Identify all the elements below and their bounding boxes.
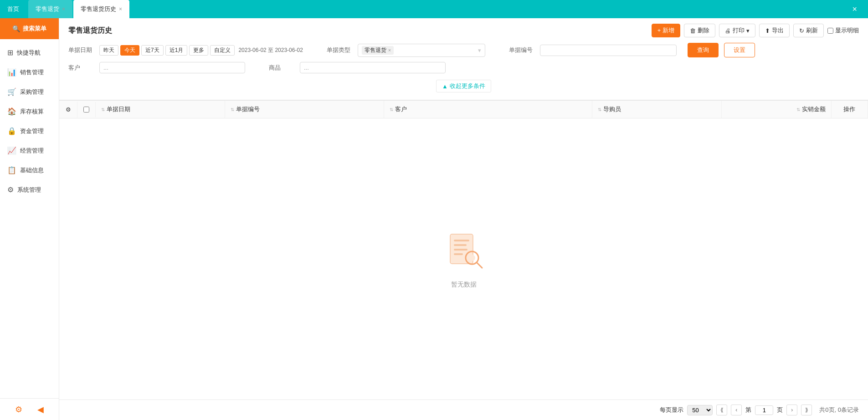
sidebar-item-operation[interactable]: 📈 经营管理 <box>0 141 59 160</box>
display-detail-check[interactable] <box>827 28 833 34</box>
empty-state: 暂无数据 <box>441 230 487 289</box>
tab-retail-return[interactable]: 零售退货 × <box>28 0 72 18</box>
type-filter-select[interactable]: 零售退货 × ▾ <box>358 44 485 57</box>
th-amount[interactable]: ⇅ 实销金额 <box>722 101 832 118</box>
export-button[interactable]: ⬆ 导出 <box>759 24 790 37</box>
next-page-button[interactable]: › <box>786 405 797 415</box>
quick-nav-icon: ⊞ <box>7 48 13 57</box>
svg-rect-1 <box>454 240 469 241</box>
tab-retail-return-history[interactable]: 零售退货历史 × <box>73 0 129 18</box>
th-date-sort-icon: ⇅ <box>101 107 105 112</box>
refresh-button[interactable]: ↻ 刷新 <box>793 24 824 37</box>
window-close-button[interactable]: × <box>848 3 861 16</box>
per-page-label: 每页显示 <box>660 406 683 414</box>
per-page-select[interactable]: 50 10 20 100 <box>687 405 713 415</box>
empty-illustration <box>441 230 487 275</box>
delete-button[interactable]: 🗑 删除 <box>684 24 715 37</box>
sidebar-search-label: 搜索菜单 <box>23 25 46 33</box>
th-number[interactable]: ⇅ 单据编号 <box>225 101 384 118</box>
select-all-checkbox[interactable] <box>83 107 89 113</box>
customer-filter-label: 客户 <box>68 64 94 72</box>
filter-area: 单据日期 昨天 今天 近7天 近1月 更多 自定义 2023-06-02 至 2… <box>68 43 859 100</box>
date-btn-yesterday[interactable]: 昨天 <box>99 45 118 56</box>
base-info-icon: 📋 <box>7 166 16 174</box>
collapse-sidebar-icon[interactable]: ◀ <box>37 405 44 415</box>
sidebar-item-system[interactable]: ⚙ 系统管理 <box>0 180 59 200</box>
date-filter-label: 单据日期 <box>68 46 94 54</box>
th-checkbox[interactable] <box>77 102 96 117</box>
tab-retail-return-history-close[interactable]: × <box>119 6 122 12</box>
purchase-icon: 🛒 <box>7 87 16 96</box>
date-btn-more[interactable]: 更多 <box>189 45 208 56</box>
svg-rect-3 <box>454 249 467 251</box>
top-bar: 首页 零售退货 × 零售退货历史 × × <box>0 0 868 18</box>
top-bar-right: × <box>848 3 868 16</box>
sidebar-item-sales[interactable]: 📊 销售管理 <box>0 62 59 82</box>
page-number-input[interactable] <box>755 405 773 415</box>
sidebar: 🔍 搜索菜单 ⊞ 快捷导航 📊 销售管理 🛒 采购管理 🏠 库存核算 🔒 <box>0 18 59 420</box>
sidebar-item-quick-nav[interactable]: ⊞ 快捷导航 <box>0 43 59 62</box>
goods-filter-input[interactable]: ... <box>300 62 446 73</box>
svg-point-7 <box>469 255 475 261</box>
inventory-icon: 🏠 <box>7 107 16 116</box>
page-header: 零售退货历史 + 新增 🗑 删除 🖨 打印 ▾ ⬆ 导出 <box>59 18 868 100</box>
date-buttons: 昨天 今天 近7天 近1月 更多 自定义 2023-06-02 至 2023-0… <box>99 45 303 56</box>
th-customer-sort-icon: ⇅ <box>390 107 393 112</box>
main-layout: 🔍 搜索菜单 ⊞ 快捷导航 📊 销售管理 🛒 采购管理 🏠 库存核算 🔒 <box>0 18 868 420</box>
finance-icon: 🔒 <box>7 127 16 135</box>
sidebar-nav: ⊞ 快捷导航 📊 销售管理 🛒 采购管理 🏠 库存核算 🔒 资金管理 📈 <box>0 39 59 398</box>
type-tag-close[interactable]: × <box>388 47 391 53</box>
empty-text: 暂无数据 <box>451 281 477 289</box>
sidebar-item-finance[interactable]: 🔒 资金管理 <box>0 121 59 141</box>
sidebar-item-purchase[interactable]: 🛒 采购管理 <box>0 82 59 102</box>
date-btn-1month[interactable]: 近1月 <box>165 45 188 56</box>
customer-filter-input[interactable]: ... <box>99 62 245 73</box>
prev-page-button[interactable]: ‹ <box>731 405 742 415</box>
number-filter-label: 单据编号 <box>509 46 534 54</box>
new-button[interactable]: + 新增 <box>652 24 680 37</box>
sidebar-item-inventory[interactable]: 🏠 库存核算 <box>0 102 59 121</box>
tab-list: 首页 零售退货 × 零售退货历史 × <box>0 0 848 18</box>
sidebar-item-base-info[interactable]: 📋 基础信息 <box>0 160 59 180</box>
sidebar-search[interactable]: 🔍 搜索菜单 <box>0 18 59 39</box>
th-number-sort-icon: ⇅ <box>231 107 234 112</box>
table-container: ⚙ ⇅ 单据日期 ⇅ 单据编号 ⇅ 客户 ⇅ 导购员 <box>59 100 868 420</box>
collapse-button[interactable]: ▲ 收起更多条件 <box>436 80 491 92</box>
type-filter-label: 单据类型 <box>327 46 352 54</box>
system-icon: ⚙ <box>7 185 14 194</box>
page-suffix: 页 <box>777 406 783 414</box>
tab-home[interactable]: 首页 <box>0 0 26 18</box>
page-title-row: 零售退货历史 + 新增 🗑 删除 🖨 打印 ▾ ⬆ 导出 <box>68 24 859 37</box>
content-area: 零售退货历史 + 新增 🗑 删除 🖨 打印 ▾ ⬆ 导出 <box>59 18 868 420</box>
filter-row-1: 单据日期 昨天 今天 近7天 近1月 更多 自定义 2023-06-02 至 2… <box>68 43 859 57</box>
th-guide[interactable]: ⇅ 导购员 <box>592 101 722 118</box>
settings-bottom-icon[interactable]: ⚙ <box>15 405 22 415</box>
pagination-bar: 每页显示 50 10 20 100 ⟪ ‹ 第 页 › ⟫ 共0页, 0条记录 <box>59 400 868 420</box>
date-btn-custom[interactable]: 自定义 <box>210 45 235 56</box>
tab-retail-return-close[interactable]: × <box>62 6 65 12</box>
collapse-up-icon: ▲ <box>442 83 448 90</box>
last-page-button[interactable]: ⟫ <box>801 405 812 415</box>
svg-rect-4 <box>454 253 463 255</box>
th-customer[interactable]: ⇅ 客户 <box>384 101 592 118</box>
th-amount-sort-icon: ⇅ <box>796 107 800 112</box>
print-chevron-icon: ▾ <box>746 27 750 34</box>
date-btn-today[interactable]: 今天 <box>120 45 139 56</box>
goods-filter-label: 商品 <box>269 64 294 72</box>
first-page-button[interactable]: ⟪ <box>716 405 727 415</box>
export-icon: ⬆ <box>765 27 770 34</box>
filter-row-2: 客户 ... 商品 ... <box>68 62 859 73</box>
search-icon: 🔍 <box>12 25 20 32</box>
query-button[interactable]: 查询 <box>688 43 719 57</box>
collapse-row: ▲ 收起更多条件 <box>68 78 859 94</box>
display-detail-checkbox[interactable]: 显示明细 <box>827 26 859 35</box>
number-filter-input[interactable] <box>540 45 677 56</box>
total-info: 共0页, 0条记录 <box>819 406 859 414</box>
print-button[interactable]: 🖨 打印 ▾ <box>719 24 755 37</box>
settings-button[interactable]: 设置 <box>724 43 755 57</box>
date-btn-7days[interactable]: 近7天 <box>141 45 164 56</box>
th-date[interactable]: ⇅ 单据日期 <box>96 101 225 118</box>
sidebar-bottom: ⚙ ◀ <box>0 398 59 420</box>
th-settings[interactable]: ⚙ <box>59 102 77 118</box>
date-range-display: 2023-06-02 至 2023-06-02 <box>238 46 303 54</box>
